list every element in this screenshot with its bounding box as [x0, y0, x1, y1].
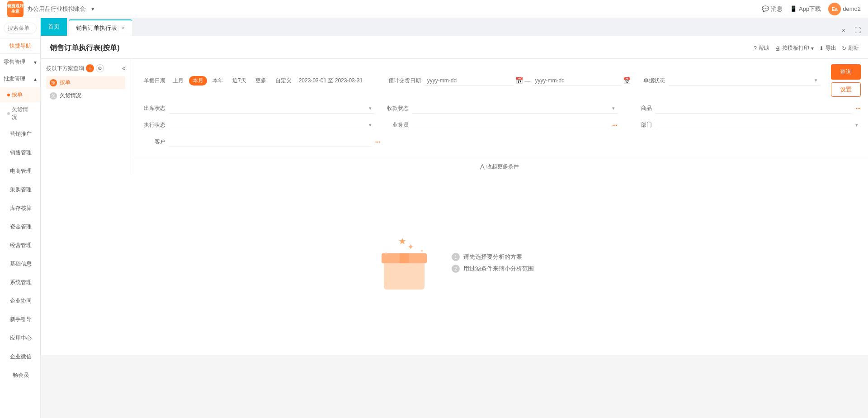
delivery-chevron-icon: ▾: [369, 105, 372, 111]
user-avatar-button[interactable]: Ea demo2: [828, 3, 861, 15]
message-label: 消息: [771, 5, 783, 13]
order-status-chevron-icon: ▾: [815, 77, 817, 83]
tab-close-all-button[interactable]: ×: [838, 25, 849, 36]
date-tab-7days[interactable]: 近7天: [229, 76, 250, 86]
empty-tips: 1 请先选择要分析的方案 2 用过滤条件来缩小分析范围: [452, 253, 534, 276]
sidebar-item-appstore[interactable]: 应用中心: [0, 329, 40, 347]
department-label: 部门: [625, 121, 652, 129]
delivery-status-select[interactable]: ▾: [169, 104, 374, 114]
date-tab-this-month[interactable]: 本月: [189, 76, 207, 86]
filter-scheme-by-debt-label: 欠货情况: [60, 92, 81, 100]
customer-more-icon[interactable]: ···: [375, 138, 381, 146]
topbar: 畅捷通好生意 办公用品行业模拟账套 ▾ 💬 消息 📱 App下载 Ea demo…: [0, 0, 868, 18]
filter-field-delivery-status: 出库状态 ▾: [138, 104, 374, 114]
sidebar-item-quick-nav[interactable]: 快捷导航: [0, 38, 40, 54]
sidebar-item-inventory[interactable]: 库存核算: [0, 199, 40, 218]
filter-field-estimated-delivery: 预计交货日期 📅 — 📅: [388, 76, 631, 86]
add-scheme-button[interactable]: +: [86, 64, 94, 72]
estimated-delivery-label: 预计交货日期: [388, 77, 421, 85]
sidebar-group-wholesale: 批发管理 ▴ 按单 欠货情况: [0, 71, 40, 125]
filter-field-date: 单据日期 上月 本月 本年 近7天 更多 自定义 2023-03-01 至 20…: [138, 76, 381, 86]
calendar-start-icon[interactable]: 📅: [515, 77, 523, 84]
filter-row-customer: 客户 ···: [138, 137, 861, 147]
template-print-button[interactable]: 🖨 按模板打印 ▾: [775, 44, 814, 52]
tabbar: 首页 销售订单执行表 × × ⛶: [41, 18, 868, 36]
svg-rect-0: [384, 260, 425, 290]
date-tab-custom[interactable]: 自定义: [272, 76, 295, 86]
date-tab-this-year[interactable]: 本年: [209, 76, 227, 86]
customer-input[interactable]: [169, 137, 372, 147]
tab-close-icon[interactable]: ×: [122, 25, 125, 31]
sidebar-collapse-button[interactable]: «: [122, 65, 125, 71]
department-select[interactable]: ▾: [656, 120, 861, 130]
date-label: 单据日期: [138, 77, 165, 85]
setting-scheme-button[interactable]: ⚙: [96, 64, 104, 72]
export-button[interactable]: ⬇ 导出: [819, 44, 836, 52]
svg-text:★: ★: [398, 236, 406, 246]
delivery-status-label: 出库状态: [138, 104, 165, 112]
order-status-select[interactable]: ▾: [669, 76, 820, 86]
export-label: 导出: [826, 44, 836, 52]
sidebar-item-wholesale[interactable]: 批发管理 ▴: [0, 71, 40, 87]
salesperson-more-icon[interactable]: ···: [612, 122, 618, 129]
tab-sales-exec[interactable]: 销售订单执行表 ×: [69, 19, 132, 36]
sidebar-item-retail[interactable]: 零售管理 ▾: [0, 54, 40, 71]
filter-field-execution-status: 执行状态 ▾: [138, 120, 374, 130]
sidebar-item-finance[interactable]: 资金管理: [0, 218, 40, 236]
sidebar-item-operation[interactable]: 经营管理: [0, 236, 40, 255]
page-header-actions: ? 帮助 🖨 按模板打印 ▾ ⬇ 导出 ↻ 刷新: [754, 44, 859, 57]
empty-tip-1-text: 请先选择要分析的方案: [463, 253, 522, 261]
tab-maximize-button[interactable]: ⛶: [851, 25, 864, 36]
sidebar-item-member[interactable]: 畅会员: [0, 366, 40, 385]
sidebar-item-wholesale-label: 批发管理: [4, 75, 25, 83]
filter-scheme-by-order[interactable]: 按 按单: [46, 76, 125, 89]
sidebar-item-purchase[interactable]: 采购管理: [0, 180, 40, 199]
refresh-button[interactable]: ↻ 刷新: [842, 44, 859, 52]
execution-status-select[interactable]: ▾: [169, 120, 374, 130]
salesperson-input[interactable]: [412, 120, 609, 130]
message-button[interactable]: 💬 消息: [762, 5, 783, 13]
sidebar-group-retail: 零售管理 ▾: [0, 54, 40, 71]
query-button[interactable]: 查询: [831, 64, 861, 80]
date-tab-last-month[interactable]: 上月: [169, 76, 187, 86]
order-status-label: 单据状态: [638, 77, 665, 85]
sidebar-item-marketing[interactable]: 营销推广: [0, 125, 40, 143]
tab-sales-exec-label: 销售订单执行表: [76, 24, 117, 32]
filter-scheme-by-order-label: 按单: [60, 79, 71, 86]
collapse-button[interactable]: ⋀ 收起更多条件: [480, 163, 519, 170]
sidebar-item-ecommerce[interactable]: 电商管理: [0, 162, 40, 180]
filter-field-collection-status: 收款状态 ▾: [382, 104, 618, 114]
sidebar-item-system[interactable]: 系统管理: [0, 273, 40, 292]
help-button[interactable]: ? 帮助: [754, 44, 769, 52]
sidebar-item-sales[interactable]: 销售管理: [0, 143, 40, 162]
collection-status-select[interactable]: ▾: [412, 104, 618, 114]
app-title-dropdown[interactable]: ▾: [91, 5, 94, 12]
sidebar-item-wechat[interactable]: 企业微信: [0, 347, 40, 366]
sidebar-item-newbie[interactable]: 新手引导: [0, 310, 40, 329]
settings-button[interactable]: 设置: [831, 82, 861, 97]
message-icon: 💬: [762, 5, 769, 12]
app-download-button[interactable]: 📱 App下载: [790, 5, 821, 13]
sidebar-subitem-order[interactable]: 按单: [0, 87, 40, 102]
sidebar-item-enterprise[interactable]: 企业协同: [0, 292, 40, 310]
calendar-end-icon[interactable]: 📅: [623, 77, 631, 84]
search-input[interactable]: [4, 23, 37, 33]
sidebar-item-basic[interactable]: 基础信息: [0, 255, 40, 273]
empty-tip-1: 1 请先选择要分析的方案: [452, 253, 534, 261]
filter-scheme-by-debt[interactable]: 欠 欠货情况: [46, 89, 125, 102]
estimated-start-date-input[interactable]: [425, 76, 514, 86]
filter-row-status: 出库状态 ▾ 收款状态 ▾: [138, 103, 861, 114]
date-tab-more[interactable]: 更多: [252, 76, 270, 86]
app-title: 办公用品行业模拟账套: [27, 5, 86, 13]
estimated-end-date-input[interactable]: [533, 76, 622, 86]
sidebar-subitem-debt[interactable]: 欠货情况: [0, 102, 40, 125]
product-input[interactable]: [656, 103, 852, 114]
tab-home[interactable]: 首页: [41, 18, 67, 36]
filter-form: 单据日期 上月 本月 本年 近7天 更多 自定义 2023-03-01 至 20…: [131, 59, 868, 159]
help-label: 帮助: [759, 44, 769, 52]
svg-rect-2: [400, 253, 409, 263]
product-more-icon[interactable]: ···: [855, 105, 861, 112]
print-dropdown-icon: ▾: [811, 45, 814, 52]
avatar: Ea: [828, 3, 841, 15]
department-chevron-icon: ▾: [855, 122, 858, 128]
